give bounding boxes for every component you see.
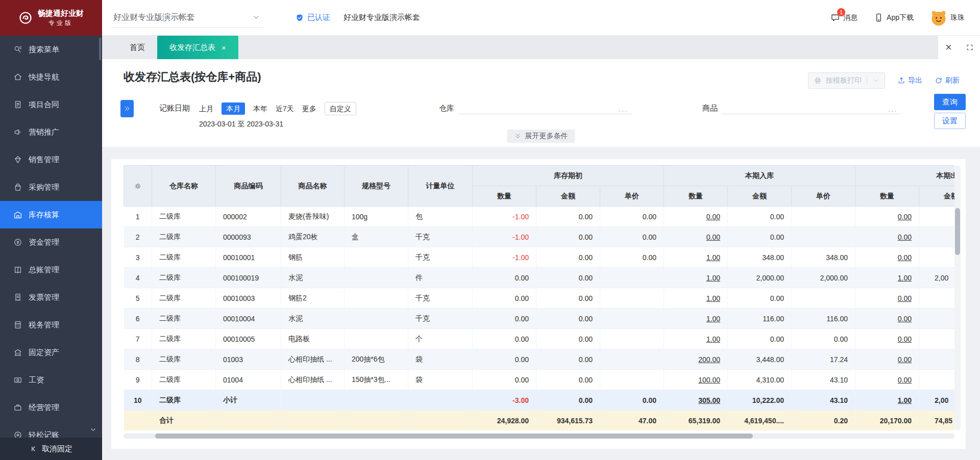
- column-header[interactable]: 规格型号: [345, 166, 408, 207]
- column-header[interactable]: 商品名称: [281, 166, 345, 207]
- sidebar-scrollbar[interactable]: [99, 38, 101, 60]
- date-option-this-month[interactable]: 本月: [222, 103, 245, 115]
- drill-down-link[interactable]: 0.00: [898, 355, 912, 364]
- drill-down-link[interactable]: 0.00: [898, 253, 912, 262]
- column-subheader[interactable]: 数量: [855, 186, 919, 207]
- date-option-more[interactable]: 更多: [302, 103, 316, 114]
- warehouse-input[interactable]: ...: [458, 102, 632, 114]
- table-cell: 348.00: [728, 247, 792, 268]
- drill-down-link[interactable]: 0.00: [898, 315, 912, 323]
- drill-down-link[interactable]: 1.00: [898, 274, 912, 282]
- column-subheader[interactable]: 数量: [473, 186, 536, 207]
- account-selector[interactable]: 好业财专业版演示帐套: [110, 8, 263, 28]
- settings-button[interactable]: 设置: [934, 113, 966, 129]
- column-subheader[interactable]: 单价: [792, 186, 855, 207]
- export-button[interactable]: 导出: [897, 76, 922, 85]
- sidebar-item-quick-nav[interactable]: 快捷导航: [0, 63, 102, 91]
- double-chevron-down-icon: [514, 133, 522, 140]
- date-option-last-month[interactable]: 上月: [199, 103, 213, 114]
- print-by-template-button[interactable]: 按模板打印: [808, 72, 885, 89]
- vertical-scroll-thumb[interactable]: [955, 208, 960, 255]
- drill-down-link[interactable]: 0.00: [706, 233, 720, 241]
- refresh-button[interactable]: 刷新: [935, 76, 960, 85]
- table-row[interactable]: 7二级库00010005电路板个0.000.001.000.000.000.00: [124, 329, 955, 349]
- column-subheader[interactable]: 金额: [536, 186, 600, 207]
- date-option-this-year[interactable]: 本年: [253, 103, 267, 114]
- drill-down-link[interactable]: 200.00: [698, 355, 720, 364]
- warehouse-picker-icon[interactable]: ...: [619, 105, 632, 114]
- column-header[interactable]: 商品编码: [216, 166, 281, 207]
- tab-home[interactable]: 首页: [117, 36, 157, 59]
- drill-down-link[interactable]: 100.00: [698, 376, 720, 384]
- query-button[interactable]: 查询: [934, 94, 966, 110]
- column-header[interactable]: 仓库名称: [152, 166, 216, 207]
- sidebar-item-project-contract[interactable]: 项目合同: [0, 91, 102, 118]
- sidebar-scroll-down-icon[interactable]: [89, 426, 97, 433]
- drill-down-link[interactable]: 0.00: [898, 376, 912, 384]
- date-range-value[interactable]: 2023-03-01 至 2023-03-31: [199, 120, 356, 129]
- table-row[interactable]: 8二级库01003心相印抽纸 ...200抽*6包袋0.000.00200.00…: [124, 349, 955, 370]
- drill-down-link[interactable]: 1.00: [706, 253, 720, 262]
- sidebar-item-marketing[interactable]: 营销推广: [0, 118, 102, 146]
- drill-down-link[interactable]: 1.00: [706, 274, 720, 282]
- drill-down-link[interactable]: 1.00: [706, 315, 720, 323]
- table-vertical-scrollbar[interactable]: [954, 165, 961, 430]
- table-row[interactable]: 9二级库01004心相印抽纸 ...150抽*3包...袋0.000.00100…: [124, 370, 955, 390]
- drill-down-link[interactable]: 0.00: [898, 233, 912, 241]
- column-subheader[interactable]: 金额: [919, 186, 955, 207]
- drill-down-link[interactable]: 0.00: [898, 335, 912, 343]
- drill-down-link[interactable]: 0.00: [898, 294, 912, 302]
- column-subheader[interactable]: 金额: [728, 186, 792, 207]
- table-cell: [600, 349, 664, 370]
- drill-down-link[interactable]: 1.00: [898, 396, 912, 404]
- drill-down-link[interactable]: 305.00: [698, 396, 720, 404]
- sidebar-item-general-ledger[interactable]: 总账管理: [0, 256, 102, 284]
- fullscreen-button[interactable]: [959, 36, 980, 59]
- sidebar-item-label: 采购管理: [29, 183, 59, 192]
- table-cell: [600, 370, 664, 390]
- date-option-last-7-days[interactable]: 近7天: [276, 103, 294, 114]
- close-tab-icon[interactable]: ×: [222, 43, 226, 52]
- drill-down-link[interactable]: 1.00: [706, 294, 720, 302]
- sidebar-item-search-menu[interactable]: 搜索菜单: [0, 36, 102, 63]
- collapse-filter-button[interactable]: [120, 100, 134, 117]
- column-subheader[interactable]: 数量: [664, 186, 728, 207]
- app-logo[interactable]: 畅捷通好业财 专业版: [0, 0, 102, 36]
- drill-down-link[interactable]: 1.00: [706, 335, 720, 343]
- table-row[interactable]: 10二级库小计-3.000.000.00305.0010,222.0043.10…: [124, 390, 955, 411]
- sidebar-item-fixed-assets[interactable]: 固定资产: [0, 339, 102, 366]
- drill-down-link[interactable]: 0.00: [706, 213, 720, 221]
- column-header[interactable]: 计量单位: [408, 166, 473, 207]
- table-cell: 1.00: [664, 309, 728, 329]
- close-all-tabs-button[interactable]: ×: [938, 36, 959, 59]
- sidebar-item-purchase[interactable]: 采购管理: [0, 173, 102, 201]
- sidebar-item-payroll[interactable]: 工资: [0, 366, 102, 394]
- sidebar-item-tax[interactable]: 税务管理: [0, 311, 102, 339]
- horizontal-scroll-thumb[interactable]: [155, 433, 753, 439]
- table-row[interactable]: 1二级库000002麦烧(香辣味)100g包-1.000.000.000.000…: [124, 207, 955, 227]
- user-menu[interactable]: 珠珠: [930, 9, 965, 27]
- unpin-sidebar-button[interactable]: 取消固定: [0, 438, 102, 460]
- messages-button[interactable]: 1 消息: [830, 13, 857, 22]
- table-row[interactable]: 3二级库00010001钢筋千克-1.000.000.001.00348.003…: [124, 247, 955, 268]
- table-row[interactable]: 2二级库0000093鸡蛋20枚盒千克-1.000.000.000.000.00…: [124, 227, 955, 247]
- expand-more-conditions-button[interactable]: 展开更多条件: [507, 130, 575, 143]
- sidebar-item-business[interactable]: 经营管理: [0, 394, 102, 421]
- column-subheader[interactable]: 单价: [600, 186, 664, 207]
- sidebar-item-invoice[interactable]: 发票管理: [0, 284, 102, 311]
- table-horizontal-scrollbar[interactable]: [124, 433, 954, 439]
- sidebar-item-sales[interactable]: 销售管理: [0, 146, 102, 173]
- sidebar-item-easy-bookkeeping[interactable]: 轻松记账: [0, 421, 102, 438]
- product-input[interactable]: ...: [722, 102, 901, 114]
- table-row[interactable]: 4二级库000100019水泥件0.000.001.002,000.002,00…: [124, 268, 955, 288]
- sidebar-item-inventory[interactable]: 库存核算: [0, 201, 102, 228]
- drill-down-link[interactable]: 0.00: [898, 213, 912, 221]
- table-row[interactable]: 6二级库00010004水泥千克0.000.001.00116.00116.00…: [124, 309, 955, 329]
- sidebar-item-funds[interactable]: 资金管理: [0, 228, 102, 256]
- table-row[interactable]: 5二级库00010003钢筋2千克0.000.001.000.000.00: [124, 288, 955, 309]
- column-settings-button[interactable]: [124, 166, 152, 207]
- product-picker-icon[interactable]: ...: [888, 105, 901, 114]
- date-option-custom[interactable]: 自定义: [325, 102, 356, 115]
- tab-summary-report[interactable]: 收发存汇总表 ×: [157, 36, 238, 59]
- app-download-button[interactable]: App下载: [874, 13, 914, 22]
